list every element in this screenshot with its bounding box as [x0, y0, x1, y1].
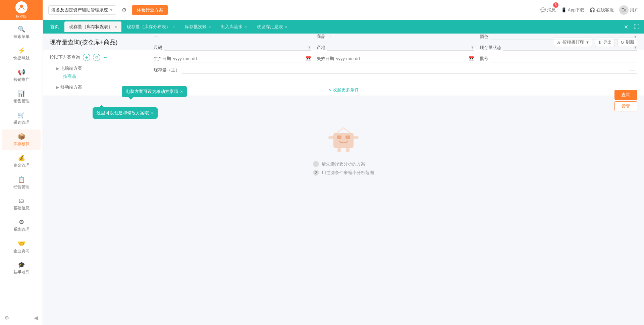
sidebar-collapse-button[interactable]: ◀	[31, 313, 41, 322]
size-select[interactable]: ▼	[164, 44, 311, 51]
online-support-button[interactable]: 🎧 在线客服	[590, 7, 614, 13]
settings-gear-button[interactable]: ⚙	[119, 5, 129, 15]
sidebar-item-marketing[interactable]: 📢 营销推广	[2, 65, 41, 86]
tab-inventory-batch-close[interactable]: ×	[209, 25, 211, 29]
tab-inventory-batch[interactable]: 库存批次账 ×	[180, 21, 215, 32]
inventory-status-select[interactable]: ▼	[503, 44, 637, 51]
goods-select[interactable]: ···	[327, 34, 474, 40]
sales-icon: 📊	[18, 90, 25, 97]
sidebar-item-basic-info[interactable]: 🗂 基础信息	[2, 194, 41, 214]
color-select[interactable]: ▼	[490, 34, 637, 40]
empty-step2: 2 用过滤条件来缩小分析范围	[313, 168, 374, 177]
tab-inout-flow[interactable]: 出入库流水 ×	[216, 21, 251, 32]
filter-expiry-date: 失效日期 📅	[317, 55, 474, 62]
tab-fullscreen-button[interactable]: ⛶	[632, 22, 641, 32]
quick-nav-icon: ⚡	[18, 47, 25, 54]
tab-inventory-status[interactable]: 现存量（库存状况表） ×	[64, 21, 121, 32]
sidebar-item-purchase[interactable]: 🛒 采购管理	[2, 108, 41, 129]
tab-inventory-status-label: 现存量（库存状况表）	[69, 24, 113, 30]
tab-inout-flow-close[interactable]: ×	[245, 25, 247, 29]
search-button-group: 查询 设置	[614, 90, 637, 111]
tab-inout-flow-label: 出入库流水	[221, 24, 243, 30]
sidebar-item-guide[interactable]: 🎓 新手引导	[2, 258, 41, 279]
batch-no-field[interactable]	[490, 56, 637, 61]
reset-button[interactable]: 设置	[614, 101, 637, 111]
inventory-main-field[interactable]	[182, 67, 628, 72]
color-label: 颜色	[480, 34, 488, 40]
svg-rect-7	[346, 148, 350, 152]
svg-rect-6	[337, 148, 341, 152]
origin-select[interactable]: ▼	[327, 44, 474, 51]
calendar-icon: 📅	[469, 56, 474, 61]
production-date-input[interactable]: 📅	[173, 55, 311, 62]
search-menu-icon: 🔍	[18, 25, 25, 33]
production-date-field[interactable]	[173, 56, 306, 61]
chevron-down-icon: ▼	[308, 45, 311, 49]
sidebar-item-label: 经营管理	[13, 184, 30, 190]
sidebar-item-label: 销售管理	[13, 98, 30, 104]
tab-collect-summary[interactable]: 收发存汇总表 ×	[252, 21, 292, 32]
message-button[interactable]: 💬 6 消息	[540, 7, 556, 13]
tab-close-all-button[interactable]: ✕	[621, 22, 631, 32]
sidebar-item-finance[interactable]: 💰 资金管理	[2, 151, 41, 172]
sidebar-item-search-menu[interactable]: 🔍 搜索菜单	[2, 22, 41, 43]
tooltip2-arrow	[99, 105, 104, 107]
tab-inventory-distribution-close[interactable]: ×	[172, 25, 174, 29]
origin-label: 产地	[317, 45, 325, 51]
expiry-date-label: 失效日期	[317, 56, 334, 62]
sidebar-item-quick-nav[interactable]: ⚡ 快捷导航	[2, 44, 41, 64]
industry-plan-button[interactable]: 体验行业方案	[132, 5, 168, 15]
filter-arrow-button[interactable]: ←	[103, 54, 108, 60]
sidebar-item-system[interactable]: ⚙ 系统管理	[2, 215, 41, 236]
svg-rect-1	[333, 133, 354, 148]
user-avatar: Ea	[619, 5, 629, 15]
warehouse-select[interactable]: ···	[154, 34, 311, 40]
purchase-icon: 🛒	[18, 111, 25, 119]
tab-collect-summary-close[interactable]: ×	[285, 25, 287, 29]
expiry-date-input[interactable]: 📅	[336, 55, 474, 62]
search-button[interactable]: 查询	[614, 90, 637, 100]
topbar-left: 装备及固定资产辅助管理系统 ▼ ⚙ 体验行业方案	[48, 5, 168, 15]
batch-no-input[interactable]	[490, 55, 637, 62]
goods-placeholder: ···	[327, 34, 331, 39]
sidebar-item-sales[interactable]: 📊 销售管理	[2, 87, 41, 107]
logo-icon	[15, 1, 28, 13]
page-title: 现存量查询(按仓库+商品)	[50, 38, 118, 46]
operations-icon: 📋	[18, 176, 25, 183]
app-title-select[interactable]: 装备及固定资产辅助管理系统 ▼	[48, 5, 116, 15]
size-label: 尺码	[154, 45, 162, 51]
sidebar-item-operations[interactable]: 📋 经营管理	[2, 172, 41, 193]
sidebar-item-inventory[interactable]: 📦 库存核算	[2, 129, 41, 150]
sidebar-item-cooperation[interactable]: 🤝 企业协同	[2, 236, 41, 257]
tooltip2-close-button[interactable]: ×	[151, 110, 154, 116]
empty-illustration	[327, 123, 360, 153]
tooltip1-close-button[interactable]: ×	[180, 89, 183, 94]
app-title-label: 装备及固定资产辅助管理系统	[51, 7, 108, 13]
app-download-button[interactable]: 📱 App下载	[561, 7, 584, 13]
tab-home[interactable]: 首页	[46, 21, 64, 32]
collapse-arrow-icon: ▶	[56, 66, 59, 71]
svg-rect-3	[345, 136, 350, 139]
tab-home-label: 首页	[50, 24, 59, 30]
sidebar-item-label: 系统管理	[13, 227, 30, 232]
filter-origin: 产地 ▼	[317, 44, 474, 51]
sidebar-nav: 🔍 搜索菜单 ⚡ 快捷导航 📢 营销推广 📊 销售管理 🛒 采购管理 📦 库存核…	[0, 20, 43, 310]
filter-refresh-button[interactable]: ↻	[93, 54, 100, 61]
tab-inventory-distribution[interactable]: 现存量（库存分布表） ×	[122, 21, 179, 32]
sidebar-bottom: ⚙ ◀	[0, 310, 43, 325]
sidebar-settings-button[interactable]: ⚙	[2, 313, 11, 322]
sidebar-item-label: 企业协同	[13, 248, 30, 254]
tab-inventory-status-close[interactable]: ×	[115, 25, 117, 29]
user-menu-button[interactable]: Ea 用户	[619, 5, 639, 15]
tabbar-right: ✕ ⛶	[621, 22, 641, 32]
filter-batch-no: 批号	[480, 55, 637, 62]
marketing-icon: 📢	[18, 68, 25, 76]
step2-num: 2	[313, 170, 319, 176]
inventory-main-input[interactable]: —	[182, 66, 637, 74]
chevron-down-icon: ▼	[109, 8, 113, 12]
expiry-date-field[interactable]	[336, 56, 469, 61]
chevron-down-icon: ▼	[634, 45, 637, 49]
filter-add-button[interactable]: +	[83, 54, 90, 61]
step1-label: 请先选择要分析的方案	[322, 160, 365, 168]
svg-rect-2	[337, 136, 341, 139]
